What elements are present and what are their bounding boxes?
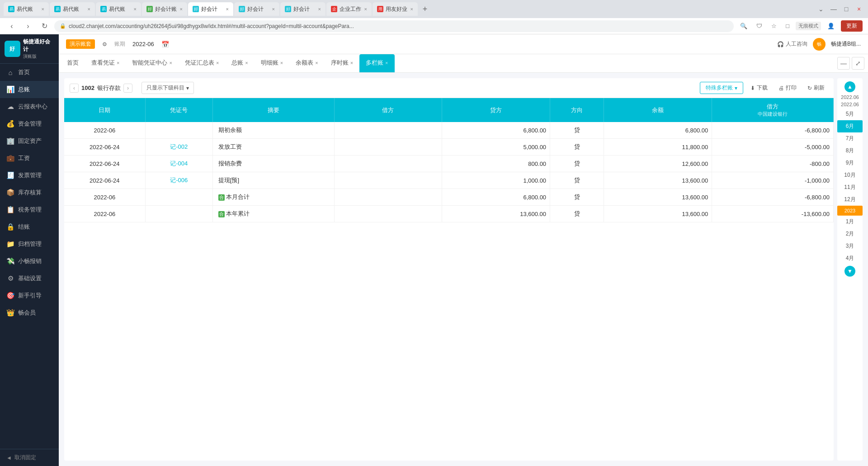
sidebar-item-inventory[interactable]: 📦 库存核算	[0, 184, 59, 201]
tab-smart-voucher-close[interactable]: ×	[169, 60, 172, 66]
browser-tab-9[interactable]: 用 用友好业 ×	[373, 2, 418, 16]
timeline-month-5[interactable]: 5月	[837, 108, 863, 120]
timeline-month-1[interactable]: 1月	[837, 216, 863, 228]
sidebar-item-report[interactable]: ☁ 云报表中心	[0, 98, 59, 115]
sidebar-item-home[interactable]: ⌂ 首页	[0, 64, 59, 81]
tab2-close[interactable]: ×	[88, 6, 90, 12]
tab-home[interactable]: 首页	[61, 54, 85, 72]
url-input[interactable]: 🔒 cloud2.chanjet.com/accounting/uh26t264…	[54, 20, 734, 32]
tab-sequential[interactable]: 序时账 ×	[325, 54, 359, 72]
user-icon[interactable]: 👤	[825, 22, 837, 30]
tab-voucher-view-close[interactable]: ×	[117, 60, 119, 66]
tab-detail-ledger[interactable]: 明细账 ×	[255, 54, 289, 72]
voucher-link[interactable]: 记-006	[170, 177, 188, 184]
tab3-close[interactable]: ×	[134, 6, 137, 12]
account-next-button[interactable]: ›	[123, 84, 132, 93]
sidebar-item-ledger[interactable]: 📊 总账	[0, 81, 59, 98]
browser-tab-5[interactable]: 好 好会计 ×	[188, 2, 233, 16]
close-window-button[interactable]: ×	[854, 4, 864, 14]
col-balance: 余额	[604, 98, 712, 122]
tab-list-button[interactable]: ⌄	[816, 4, 826, 14]
print-button[interactable]: 🖨 打印	[775, 82, 800, 94]
print-icon: 🖨	[778, 85, 784, 91]
account-settings-icon[interactable]: ⚙	[102, 41, 107, 47]
sidebar-item-assets[interactable]: 🏢 固定资产	[0, 132, 59, 150]
browser-tab-2[interactable]: 易 易代账 ×	[50, 2, 95, 16]
sidebar-item-settings[interactable]: ⚙ 基础设置	[0, 270, 59, 287]
sidebar-item-guide[interactable]: 🎯 新手引导	[0, 287, 59, 304]
maximize-button[interactable]: □	[841, 4, 852, 14]
unfix-sidebar-button[interactable]: ◄ 取消固定	[0, 449, 59, 466]
new-tab-button[interactable]: +	[419, 3, 431, 15]
timeline-month-2[interactable]: 2月	[837, 228, 863, 240]
tab-smart-voucher[interactable]: 智能凭证中心 ×	[126, 54, 178, 72]
tab5-close[interactable]: ×	[226, 6, 229, 12]
tab-voucher-view[interactable]: 查看凭证 ×	[85, 54, 126, 72]
tab7-close[interactable]: ×	[318, 6, 321, 12]
sidebar-browser-btn[interactable]: □	[783, 22, 792, 30]
tab-minimize-button[interactable]: —	[837, 57, 850, 70]
update-button[interactable]: 更新	[841, 20, 863, 32]
browser-tab-6[interactable]: 好 好会计 ×	[234, 2, 279, 16]
sidebar-item-expense[interactable]: 💸 小畅报销	[0, 253, 59, 270]
tab9-close[interactable]: ×	[410, 6, 413, 12]
tab-sequential-close[interactable]: ×	[350, 60, 353, 66]
tab-balance-sheet-close[interactable]: ×	[315, 60, 318, 66]
timeline-month-11[interactable]: 11月	[837, 181, 863, 193]
tab-general-ledger-close[interactable]: ×	[245, 60, 248, 66]
cell-balance: 11,800.00	[604, 139, 712, 155]
tab-voucher-summary-close[interactable]: ×	[216, 60, 219, 66]
sidebar-item-funds[interactable]: 💰 资金管理	[0, 115, 59, 132]
tab-general-ledger[interactable]: 总账 ×	[225, 54, 254, 72]
voucher-link[interactable]: 记-004	[170, 160, 188, 167]
tab-balance-sheet[interactable]: 余额表 ×	[289, 54, 324, 72]
bookmark-icon[interactable]: ☆	[769, 22, 779, 30]
sidebar-item-close[interactable]: 🔒 结账	[0, 218, 59, 235]
filter-dropdown[interactable]: 只显示下级科目 ▾	[142, 82, 194, 94]
timeline-month-7[interactable]: 7月	[837, 132, 863, 145]
tab1-close[interactable]: ×	[42, 6, 44, 12]
timeline-month-3[interactable]: 3月	[837, 240, 863, 252]
period-label: 账期	[114, 40, 125, 48]
timeline-month-4[interactable]: 4月	[837, 252, 863, 264]
timeline-month-12[interactable]: 12月	[837, 193, 863, 206]
tab-multi-ledger[interactable]: 多栏账 ×	[359, 54, 394, 72]
sidebar-item-archive[interactable]: 📁 归档管理	[0, 235, 59, 253]
consult-button[interactable]: 🎧 人工咨询	[777, 40, 807, 48]
tab-multi-ledger-close[interactable]: ×	[385, 60, 388, 66]
timeline-month-9[interactable]: 9月	[837, 157, 863, 169]
tab8-close[interactable]: ×	[364, 6, 367, 12]
voucher-link[interactable]: 记-002	[170, 143, 188, 150]
forward-button[interactable]: ›	[22, 20, 34, 33]
browser-tab-4[interactable]: 好 好会计账 ×	[142, 2, 187, 16]
timeline-month-10[interactable]: 10月	[837, 169, 863, 181]
refresh-button[interactable]: ↻	[38, 20, 51, 33]
browser-tab-3[interactable]: 易 易代账 ×	[96, 2, 141, 16]
special-multi-ledger-button[interactable]: 特殊多栏账 ▾	[700, 82, 743, 94]
browser-tab-7[interactable]: 好 好会计 ×	[280, 2, 326, 16]
sidebar-item-member[interactable]: 👑 畅会员	[0, 304, 59, 321]
sidebar-item-invoice[interactable]: 🧾 发票管理	[0, 167, 59, 184]
tab2-label: 易代账	[63, 5, 79, 13]
tab4-close[interactable]: ×	[180, 6, 183, 12]
timeline-up-button[interactable]: ▲	[844, 81, 855, 92]
calendar-icon[interactable]: 📅	[161, 41, 169, 48]
account-prev-button[interactable]: ‹	[70, 84, 79, 93]
tab-detail-ledger-close[interactable]: ×	[280, 60, 283, 66]
sidebar-item-tax[interactable]: 📋 税务管理	[0, 201, 59, 218]
minimize-button[interactable]: —	[828, 4, 839, 14]
tab6-close[interactable]: ×	[272, 6, 275, 12]
timeline-month-8[interactable]: 8月	[837, 145, 863, 157]
back-button[interactable]: ‹	[5, 20, 18, 33]
tab-voucher-summary[interactable]: 凭证汇总表 ×	[179, 54, 225, 72]
refresh-ledger-button[interactable]: ↻ 刷新	[804, 82, 828, 94]
timeline-month-6[interactable]: 6月	[837, 120, 863, 132]
download-button[interactable]: ⬇ 下载	[747, 82, 771, 94]
sidebar-item-salary[interactable]: 💼 工资	[0, 150, 59, 167]
tab-expand-button[interactable]: ⤢	[852, 57, 864, 70]
browser-tab-1[interactable]: 易 易代账 ×	[4, 2, 49, 16]
search-icon[interactable]: 🔍	[737, 22, 750, 30]
browser-tab-8[interactable]: 企 企业工作 ×	[326, 2, 372, 16]
timeline-down-button[interactable]: ▼	[844, 266, 855, 277]
shield-icon[interactable]: 🛡	[754, 22, 765, 30]
